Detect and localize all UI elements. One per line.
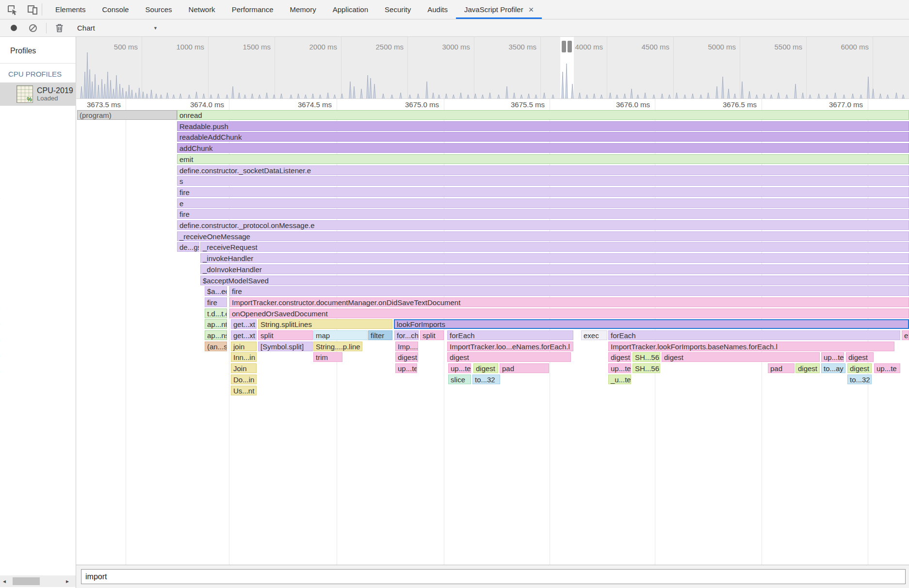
tab-memory[interactable]: Memory — [282, 0, 325, 19]
flame-bar[interactable]: $acceptModelSaved — [200, 276, 909, 285]
flame-bar[interactable]: up...te — [608, 363, 631, 373]
flame-bar[interactable]: _doInvokeHandler — [200, 264, 909, 274]
flame-bar[interactable]: onOpenedOrSavedDocument — [229, 309, 909, 318]
flame-bar[interactable]: get...xt — [231, 330, 257, 340]
flame-bar[interactable]: up...te — [874, 363, 900, 373]
flame-bar[interactable]: _receiveOneMessage — [177, 231, 909, 241]
flame-bar[interactable]: Us...nt — [231, 386, 257, 395]
flame-bar[interactable]: fire — [205, 297, 227, 307]
flame-bar[interactable]: digest — [795, 363, 820, 373]
tab-javascript-profiler[interactable]: JavaScript Profiler× — [456, 0, 542, 19]
flame-bar[interactable]: digest — [662, 352, 820, 362]
flame-bar[interactable]: join — [231, 342, 257, 351]
tab-network[interactable]: Network — [180, 0, 224, 19]
record-profile-button[interactable] — [11, 25, 17, 31]
timeline-overview[interactable]: 500 ms1000 ms1500 ms2000 ms2500 ms3000 m… — [76, 37, 909, 99]
flame-bar[interactable]: Readable.push — [177, 121, 909, 131]
flame-bar[interactable]: filter — [368, 330, 392, 340]
flame-bar[interactable]: _u...te — [608, 375, 631, 384]
flame-bar[interactable]: slice — [448, 375, 471, 384]
flame-bar[interactable]: Join — [231, 363, 257, 373]
tab-elements[interactable]: Elements — [47, 0, 94, 19]
flame-bar[interactable]: to...32 — [472, 375, 500, 384]
flame-bar[interactable]: digest — [608, 352, 631, 362]
flame-bar[interactable]: de...gs — [177, 242, 199, 252]
view-mode-select[interactable]: Chart ▼ — [77, 21, 158, 35]
profile-item-cpu-2019[interactable]: % CPU-2019 Loaded — [0, 82, 76, 106]
flame-bar[interactable]: fire — [177, 209, 909, 219]
scroll-left-icon[interactable]: ◂ — [3, 577, 6, 585]
scroll-right-icon[interactable]: ▸ — [66, 577, 69, 585]
flame-bar[interactable]: SH...56 — [633, 352, 660, 362]
tab-security[interactable]: Security — [376, 0, 419, 19]
flame-bar[interactable]: $a...ed — [205, 286, 227, 296]
flame-bar[interactable]: _receiveRequest — [200, 242, 909, 252]
tab-audits[interactable]: Audits — [419, 0, 456, 19]
flame-bar[interactable]: digest — [847, 363, 872, 373]
flame-bar[interactable]: addChunk — [177, 143, 909, 153]
flame-bar[interactable]: to...32 — [847, 375, 872, 384]
flame-bar[interactable]: up...te — [395, 363, 417, 373]
tab-console[interactable]: Console — [94, 0, 137, 19]
scrollbar-thumb[interactable] — [13, 577, 40, 585]
device-toolbar-icon[interactable] — [26, 3, 39, 16]
flame-bar[interactable]: pad — [500, 363, 549, 373]
flame-bar[interactable]: emit — [177, 154, 909, 164]
flame-bar[interactable]: readableAddChunk — [177, 132, 909, 142]
flame-bar[interactable]: _invokeHandler — [200, 253, 909, 263]
flame-bar[interactable]: Imp....l — [395, 342, 418, 351]
flame-bar[interactable]: up...te — [821, 352, 844, 362]
flame-bar[interactable]: trim — [313, 352, 342, 362]
flame-bar[interactable]: fire — [177, 187, 909, 197]
flame-bar[interactable]: (an...s) — [205, 342, 227, 351]
search-input[interactable] — [81, 569, 906, 584]
close-icon[interactable]: × — [529, 5, 534, 14]
flame-bar[interactable]: digest — [395, 352, 418, 362]
horizontal-scrollbar[interactable]: ◂ ▸ — [0, 575, 76, 587]
flame-bar[interactable]: forEach — [608, 330, 900, 340]
flame-bar[interactable]: String.splitLines — [258, 319, 392, 329]
flame-bar[interactable]: lookForImports — [394, 319, 909, 329]
flame-bar[interactable]: pad — [768, 363, 795, 373]
flame-bar[interactable]: ImportTracker.loo...eNames.forEach.l — [447, 342, 573, 351]
flame-bar[interactable]: (program) — [77, 110, 177, 120]
flame-bar[interactable]: e — [177, 198, 909, 208]
flame-bar[interactable]: map — [313, 330, 368, 340]
flame-bar[interactable]: ImportTracker.lookForImports.baseNames.f… — [608, 342, 894, 351]
clear-profiles-icon[interactable] — [29, 24, 37, 33]
flame-bar[interactable]: fire — [229, 286, 909, 296]
tab-sources[interactable]: Sources — [137, 0, 180, 19]
flame-chart[interactable]: (program)onreadReadable.pushreadableAddC… — [76, 110, 909, 565]
tab-performance[interactable]: Performance — [224, 0, 282, 19]
flame-bar[interactable]: ap...ns — [205, 330, 227, 340]
flame-bar[interactable]: [Symbol.split] — [258, 342, 313, 351]
flame-bar[interactable]: to...ay — [821, 363, 845, 373]
flame-bar[interactable]: digest — [473, 363, 498, 373]
inspect-element-icon[interactable] — [6, 3, 18, 16]
flame-bar[interactable]: t.d...t.e — [205, 309, 227, 318]
flame-bar[interactable]: split — [420, 330, 444, 340]
flame-bar[interactable]: ap...nt — [205, 319, 227, 329]
tab-application[interactable]: Application — [325, 0, 376, 19]
flame-bar[interactable]: ImportTracker.constructor.documentManage… — [229, 297, 909, 307]
selection-handle-right[interactable] — [568, 41, 572, 52]
flame-bar[interactable]: onread — [177, 110, 909, 120]
flame-bar[interactable]: forEach — [447, 330, 573, 340]
flame-bar[interactable]: define.constructor._socketDataListener.e — [177, 165, 909, 175]
flame-bar[interactable]: digest — [846, 352, 874, 362]
flame-bar[interactable]: split — [258, 330, 313, 340]
flame-bar[interactable]: s — [177, 176, 909, 186]
flame-bar[interactable]: up...te — [448, 363, 471, 373]
flame-bar[interactable]: ex — [902, 330, 909, 340]
flame-bar[interactable]: get...xt — [231, 319, 257, 329]
flame-bar[interactable]: for...ch — [394, 330, 419, 340]
flame-bar[interactable]: Inn...in — [231, 352, 257, 362]
flame-bar[interactable]: digest — [447, 352, 571, 362]
delete-profile-icon[interactable] — [55, 23, 64, 33]
flame-bar[interactable]: String....p.line — [313, 342, 362, 351]
flame-bar[interactable]: define.constructor._protocol.onMessage.e — [177, 220, 909, 230]
flame-bar[interactable]: exec — [581, 330, 607, 340]
flame-bar[interactable]: SH...56 — [633, 363, 660, 373]
flame-bar[interactable]: Do...in — [231, 375, 257, 384]
selection-handle-left[interactable] — [562, 41, 566, 52]
